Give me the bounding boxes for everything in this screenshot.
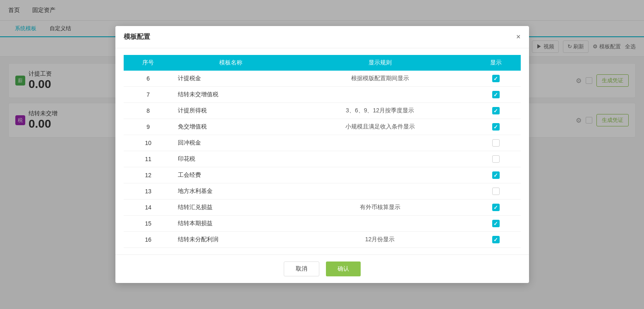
cell-rule-10: 12月份显示 [289, 232, 471, 248]
cell-id-4: 10 [124, 135, 173, 151]
table-header: 序号 模板名称 显示规则 显示 [124, 55, 521, 71]
cell-rule-3: 小规模且满足收入条件显示 [289, 119, 471, 135]
checkbox-checked-2[interactable] [492, 107, 500, 114]
cell-checkbox-8 [471, 200, 520, 216]
modal-close-button[interactable]: × [516, 33, 521, 41]
modal-body: 序号 模板名称 显示规则 显示 6计提税金根据模版配置期间显示7结转未交增值税8… [115, 48, 529, 254]
cell-rule-1 [289, 87, 471, 103]
cell-checkbox-10 [471, 232, 520, 248]
table-row: 16结转未分配利润12月份显示 [124, 232, 521, 248]
col-header-display: 显示 [471, 55, 520, 71]
table-row: 6计提税金根据模版配置期间显示 [124, 71, 521, 87]
modal-header: 模板配置 × [115, 26, 529, 48]
cell-checkbox-4 [471, 135, 520, 151]
cell-name-10: 结转未分配利润 [173, 232, 289, 248]
checkbox-checked-8[interactable] [492, 204, 500, 211]
cell-rule-4 [289, 135, 471, 151]
cell-checkbox-9 [471, 216, 520, 232]
col-header-name: 模板名称 [173, 55, 289, 71]
cell-checkbox-6 [471, 167, 520, 183]
checkbox-unchecked-5[interactable] [492, 155, 500, 163]
table-body: 6计提税金根据模版配置期间显示7结转未交增值税8计提所得税3、6、9、12月按季… [124, 71, 521, 248]
cell-name-6: 工会经费 [173, 167, 289, 183]
checkbox-checked-1[interactable] [492, 91, 500, 98]
cell-id-8: 14 [124, 200, 173, 216]
cell-id-6: 12 [124, 167, 173, 183]
config-table: 序号 模板名称 显示规则 显示 6计提税金根据模版配置期间显示7结转未交增值税8… [124, 55, 521, 248]
cell-id-1: 7 [124, 87, 173, 103]
cell-rule-0: 根据模版配置期间显示 [289, 71, 471, 87]
modal-title: 模板配置 [124, 33, 150, 41]
cell-name-4: 回冲税金 [173, 135, 289, 151]
cancel-button[interactable]: 取消 [284, 261, 319, 276]
cell-name-9: 结转本期损益 [173, 216, 289, 232]
cell-name-5: 印花税 [173, 151, 289, 167]
cell-rule-6 [289, 167, 471, 183]
cell-checkbox-5 [471, 151, 520, 167]
cell-rule-5 [289, 151, 471, 167]
modal-template-config: 模板配置 × 序号 模板名称 显示规则 显示 6计提税金根据模版配置期间显示7结… [115, 26, 529, 283]
checkbox-checked-6[interactable] [492, 171, 500, 179]
modal-overlay: 模板配置 × 序号 模板名称 显示规则 显示 6计提税金根据模版配置期间显示7结… [0, 0, 644, 309]
col-header-rule: 显示规则 [289, 55, 471, 71]
cell-rule-9 [289, 216, 471, 232]
checkbox-unchecked-7[interactable] [492, 188, 500, 195]
checkbox-checked-9[interactable] [492, 220, 500, 227]
cell-name-7: 地方水利基金 [173, 183, 289, 200]
cell-checkbox-7 [471, 183, 520, 200]
cell-name-8: 结转汇兑损益 [173, 200, 289, 216]
table-row: 8计提所得税3、6、9、12月按季度显示 [124, 103, 521, 119]
cell-id-7: 13 [124, 183, 173, 200]
table-row: 12工会经费 [124, 167, 521, 183]
checkbox-checked-10[interactable] [492, 236, 500, 243]
cell-id-0: 6 [124, 71, 173, 87]
confirm-button[interactable]: 确认 [326, 261, 361, 276]
cell-checkbox-2 [471, 103, 520, 119]
checkbox-unchecked-4[interactable] [492, 139, 500, 147]
checkbox-checked-3[interactable] [492, 123, 500, 131]
cell-name-2: 计提所得税 [173, 103, 289, 119]
col-header-id: 序号 [124, 55, 173, 71]
table-row: 7结转未交增值税 [124, 87, 521, 103]
cell-id-2: 8 [124, 103, 173, 119]
checkbox-checked-0[interactable] [492, 75, 500, 82]
cell-rule-7 [289, 183, 471, 200]
cell-id-9: 15 [124, 216, 173, 232]
table-row: 10回冲税金 [124, 135, 521, 151]
cell-rule-2: 3、6、9、12月按季度显示 [289, 103, 471, 119]
cell-name-0: 计提税金 [173, 71, 289, 87]
cell-checkbox-0 [471, 71, 520, 87]
table-row: 9免交增值税小规模且满足收入条件显示 [124, 119, 521, 135]
cell-id-3: 9 [124, 119, 173, 135]
table-row: 11印花税 [124, 151, 521, 167]
cell-id-5: 11 [124, 151, 173, 167]
cell-name-3: 免交增值税 [173, 119, 289, 135]
cell-rule-8: 有外币核算显示 [289, 200, 471, 216]
cell-name-1: 结转未交增值税 [173, 87, 289, 103]
table-row: 13地方水利基金 [124, 183, 521, 200]
table-row: 15结转本期损益 [124, 216, 521, 232]
cell-checkbox-3 [471, 119, 520, 135]
cell-checkbox-1 [471, 87, 520, 103]
table-row: 14结转汇兑损益有外币核算显示 [124, 200, 521, 216]
cell-id-10: 16 [124, 232, 173, 248]
modal-footer: 取消 确认 [115, 254, 529, 283]
